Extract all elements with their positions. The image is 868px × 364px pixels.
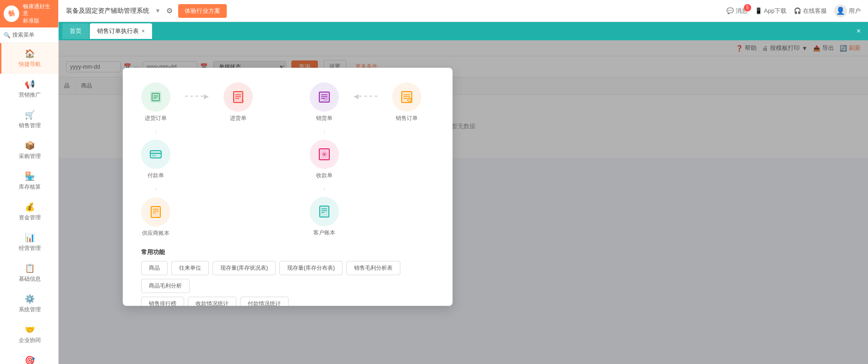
dropdown-icon[interactable]: ▼ [155, 7, 161, 14]
common-buttons-row2: 销售排行榜 收款情况统计 付款情况统计 [141, 297, 434, 306]
flow-node-payment[interactable]: 付款单 [141, 140, 170, 179]
sales-icon: 🛒 [25, 110, 35, 120]
flow-purchase-bill-col: 进货单 [224, 82, 253, 122]
common-btn-product-gross[interactable]: 商品毛利分析 [141, 279, 190, 293]
common-btn-counterpart[interactable]: 往来单位 [171, 261, 209, 275]
sidebar: 畅 畅康通好生意 标准版 🔍 搜索菜单 🏠 快捷导航 📢 营销推广 🛒 销售管理 [0, 0, 59, 364]
arrow-down-4: ↓ [323, 185, 326, 191]
message-btn[interactable]: 💬 消息 5 [726, 7, 748, 15]
marketing-icon: 📢 [25, 79, 35, 89]
content-area: ❓ 帮助 🖨 按模板打印 ▼ 📤 导出 🔄 刷新 [59, 40, 868, 364]
sidebar-item-operations[interactable]: 📊 经营管理 [0, 227, 58, 258]
search-icon: 🔍 [4, 32, 11, 38]
common-btn-stock-status[interactable]: 现存量(库存状况表) [213, 261, 276, 275]
flow-node-supplier-ledger[interactable]: 供应商账本 [141, 197, 170, 237]
experience-btn[interactable]: 体验行业方案 [178, 4, 227, 18]
sidebar-nav: 🏠 快捷导航 📢 营销推广 🛒 销售管理 📦 采购管理 🏪 库存核算 💰 [0, 43, 58, 364]
arrow-down-3: ↓ [323, 128, 326, 134]
sidebar-item-newbie[interactable]: 🎯 新手引导 [0, 350, 58, 364]
customer-ledger-label: 客户账本 [313, 229, 335, 237]
h-arrow-1: ▶ [185, 82, 209, 100]
svg-rect-36 [402, 92, 412, 103]
inventory-icon: 🏪 [25, 171, 35, 181]
modal-content: 进货订单 ↓ 付款单 [123, 68, 453, 306]
sidebar-item-marketing[interactable]: 📢 营销推广 [0, 74, 58, 104]
common-btn-sales-gross[interactable]: 销售毛利分析表 [346, 261, 400, 275]
customer-ledger-icon [310, 197, 339, 226]
sidebar-logo: 畅 畅康通好生意 标准版 [0, 0, 58, 27]
sales-order-label: 销售订单 [396, 114, 418, 122]
logo-icon: 畅 [4, 5, 19, 22]
flow-node-purchase-bill[interactable]: 进货单 [224, 82, 253, 122]
flow-chart: 进货订单 ↓ 付款单 [141, 82, 434, 237]
sales-order-icon [392, 82, 421, 112]
newbie-icon: 🎯 [25, 355, 35, 364]
settings-icon[interactable]: ⚙ [166, 6, 173, 15]
payment-label: 付款单 [147, 172, 164, 179]
sidebar-item-sales[interactable]: 🛒 销售管理 [0, 104, 58, 135]
purchase-bill-icon [224, 82, 253, 112]
modal-overlay[interactable]: 进货订单 ↓ 付款单 [59, 40, 868, 364]
main-area: 装备及固定资产辅助管理系统 ▼ ⚙ 体验行业方案 💬 消息 5 📱 App下载 … [59, 0, 868, 364]
h-arrow-2: ◀ [354, 82, 377, 100]
flow-left-col: 进货订单 ↓ 付款单 [141, 82, 170, 237]
flow-node-receipt[interactable]: 收款单 [310, 140, 339, 179]
purchase-bill-label: 进货单 [230, 114, 246, 122]
search-menu[interactable]: 🔍 搜索菜单 [0, 27, 58, 43]
arrow-down-1: ↓ [154, 128, 157, 134]
sidebar-item-enterprise[interactable]: 🤝 企业协同 [0, 319, 58, 350]
svg-rect-20 [319, 92, 329, 102]
common-title: 常用功能 [141, 248, 434, 256]
sidebar-item-quick-nav[interactable]: 🏠 快捷导航 [0, 43, 58, 74]
tab-bar: 首页 销售订单执行表 × × [59, 22, 868, 40]
user-btn[interactable]: 👤 用户 [834, 5, 861, 17]
tab-close-icon[interactable]: × [142, 28, 145, 34]
tab-bar-close-icon[interactable]: × [857, 27, 861, 35]
svg-rect-8 [152, 155, 156, 156]
message-badge: 5 [744, 4, 751, 11]
system-icon: ⚙️ [25, 294, 35, 304]
tab-sales-order[interactable]: 销售订单执行表 × [90, 23, 152, 39]
common-btn-payment-stats[interactable]: 付款情况统计 [240, 297, 289, 306]
flow-node-customer-ledger[interactable]: 客户账本 [310, 197, 339, 237]
common-btn-sales-rank[interactable]: 销售排行榜 [141, 297, 184, 306]
online-service-btn[interactable]: 🎧 在线客服 [794, 7, 827, 15]
logo-text: 畅康通好生意 标准版 [23, 3, 55, 25]
receipt-label: 收款单 [316, 172, 333, 179]
flow-node-purchase-order[interactable]: 进货订单 [141, 82, 170, 122]
common-btn-receipt-stats[interactable]: 收款情况统计 [188, 297, 236, 306]
supplier-ledger-icon [141, 197, 170, 227]
top-bar: 装备及固定资产辅助管理系统 ▼ ⚙ 体验行业方案 💬 消息 5 📱 App下载 … [59, 0, 868, 22]
flow-node-sales-bill[interactable]: 销货单 [310, 82, 339, 122]
sales-bill-label: 销货单 [316, 114, 333, 122]
arrow-down-2: ↓ [154, 185, 157, 191]
basic-icon: 📋 [25, 263, 35, 273]
finance-icon: 💰 [25, 202, 35, 212]
sidebar-item-system[interactable]: ⚙️ 系统管理 [0, 288, 58, 319]
flow-node-sales-order[interactable]: 销售订单 [392, 82, 421, 122]
common-buttons-row1: 商品 往来单位 现存量(库存状况表) 现存量(库存分布表) 销售毛利分析表 商品… [141, 261, 434, 293]
common-btn-stock-dist[interactable]: 现存量(库存分布表) [279, 261, 343, 275]
sidebar-item-purchase[interactable]: 📦 采购管理 [0, 135, 58, 166]
common-btn-product[interactable]: 商品 [141, 261, 168, 275]
flow-modal: 进货订单 ↓ 付款单 [123, 68, 453, 306]
tab-home[interactable]: 首页 [62, 23, 89, 39]
svg-rect-25 [324, 98, 328, 100]
svg-rect-5 [150, 151, 161, 158]
supplier-ledger-label: 供应商账本 [142, 229, 169, 237]
top-bar-icons: 💬 消息 5 📱 App下载 🎧 在线客服 👤 用户 [726, 5, 861, 17]
download-icon: 📱 [755, 7, 762, 14]
purchase-icon: 📦 [25, 141, 35, 151]
app-download-btn[interactable]: 📱 App下载 [755, 7, 786, 15]
enterprise-icon: 🤝 [25, 325, 35, 335]
operations-icon: 📊 [25, 233, 35, 243]
sidebar-item-basic[interactable]: 📋 基础信息 [0, 258, 58, 288]
sidebar-item-inventory[interactable]: 🏪 库存核算 [0, 166, 58, 196]
payment-icon [141, 140, 170, 169]
sidebar-item-finance[interactable]: 💰 资金管理 [0, 196, 58, 227]
purchase-order-label: 进货订单 [145, 114, 167, 122]
home-icon: 🏠 [25, 49, 35, 59]
service-icon: 🎧 [794, 7, 801, 14]
sales-bill-icon [310, 82, 339, 112]
user-avatar: 👤 [834, 5, 847, 17]
